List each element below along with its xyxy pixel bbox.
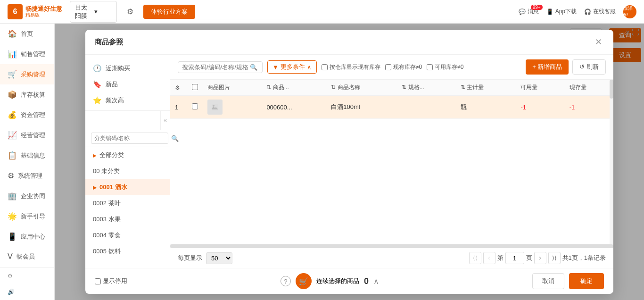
product-search-icon[interactable]: 🔍 bbox=[250, 64, 257, 71]
last-page-button[interactable]: ⟩⟩ bbox=[548, 252, 561, 264]
nav-selector[interactable]: 日太阳膜 ▾ bbox=[70, 1, 117, 23]
cell-available: -1 bbox=[516, 96, 564, 119]
nav-messages[interactable]: 💬 消息 99+ bbox=[519, 8, 539, 16]
product-thumbnail bbox=[207, 100, 223, 115]
col-checkbox bbox=[187, 80, 203, 96]
prev-page-button[interactable]: ﹤ bbox=[483, 252, 495, 264]
sidebar-item-finance[interactable]: 💰 资金管理 bbox=[0, 105, 54, 125]
settings-icon: ⚙ bbox=[8, 273, 13, 279]
sidebar-volume[interactable]: 🔊 bbox=[0, 284, 54, 300]
toolbar: 🔍 ▼ 更多条件 ∧ 按仓库显示现有库存 bbox=[170, 55, 613, 80]
horizontal-scrollbar[interactable] bbox=[170, 244, 613, 248]
sidebar-item-management[interactable]: 📈 经营管理 bbox=[0, 125, 54, 145]
select-all-checkbox[interactable] bbox=[192, 84, 198, 90]
left-high-freq[interactable]: ⭐ 频次高 bbox=[85, 92, 170, 108]
sidebar-settings[interactable]: ⚙ bbox=[0, 268, 54, 284]
cell-stock: -1 bbox=[565, 96, 613, 119]
per-page-select[interactable]: 50 10 20 100 bbox=[206, 252, 232, 264]
left-recent-purchase[interactable]: 🕐 近期购买 bbox=[85, 60, 170, 76]
cat-arrow-liquor: ▶ bbox=[93, 185, 97, 190]
modal-footer: 显示停用 ? 🛒 连续选择的商品 0 ∧ 取消 确定 bbox=[85, 268, 613, 294]
refresh-button[interactable]: ↺ 刷新 bbox=[572, 59, 606, 75]
row-checkbox[interactable] bbox=[192, 103, 198, 109]
col-spec[interactable]: ⇅ 规格... bbox=[397, 80, 455, 96]
sidebar-item-home[interactable]: 🏠 首页 bbox=[0, 24, 54, 44]
new-icon: 🔖 bbox=[93, 80, 102, 89]
cat-tea[interactable]: 0002 茶叶 bbox=[85, 195, 170, 211]
warehouse-checkbox-label[interactable]: 按仓库显示现有库存 bbox=[322, 63, 380, 71]
volume-icon: 🔊 bbox=[8, 289, 15, 295]
sidebar-item-inventory[interactable]: 📦 库存核算 bbox=[0, 84, 54, 105]
management-icon: 📈 bbox=[8, 131, 17, 140]
product-search-input[interactable] bbox=[182, 64, 248, 71]
sidebar-item-system[interactable]: ⚙ 系统管理 bbox=[0, 166, 54, 186]
freq-icon: ⭐ bbox=[93, 96, 102, 105]
warehouse-checkbox[interactable] bbox=[322, 64, 328, 70]
table-scrollbar[interactable] bbox=[610, 80, 613, 244]
collapse-divider: « bbox=[85, 110, 170, 130]
show-disabled-label[interactable]: 显示停用 bbox=[95, 277, 127, 285]
cat-beverage[interactable]: 0005 饮料 bbox=[85, 243, 170, 259]
avatar: 徐泽华 bbox=[623, 5, 636, 18]
finance-icon: 💰 bbox=[8, 110, 17, 119]
footer-right: 取消 确定 bbox=[532, 273, 604, 289]
col-unit[interactable]: ⇅ 主计量 bbox=[456, 80, 516, 96]
left-new-product[interactable]: 🔖 新品 bbox=[85, 76, 170, 92]
modal-close-button[interactable]: ✕ bbox=[593, 36, 604, 48]
sidebar-item-purchase[interactable]: 🛒 采购管理 bbox=[0, 64, 54, 84]
more-filter-button[interactable]: ▼ 更多条件 ∧ bbox=[267, 60, 317, 74]
cat-all[interactable]: ▶ 全部分类 bbox=[85, 147, 170, 163]
nav-customer-service[interactable]: 🎧 在线客服 bbox=[584, 8, 616, 16]
next-page-button[interactable]: ﹥ bbox=[534, 252, 546, 264]
col-settings[interactable]: ⚙ bbox=[170, 80, 187, 96]
logo-text: 畅捷通好生意 精易版 bbox=[25, 5, 62, 18]
footer-collapse-arrow[interactable]: ∧ bbox=[373, 277, 379, 286]
info-icon: 📋 bbox=[8, 151, 17, 160]
col-name[interactable]: ⇅ 商品名称 bbox=[326, 80, 397, 96]
page-number-input[interactable] bbox=[505, 252, 524, 264]
trial-button[interactable]: 体验行业方案 bbox=[143, 5, 195, 19]
cell-checkbox[interactable] bbox=[187, 96, 203, 119]
col-stock: 现存量 bbox=[565, 80, 613, 96]
sidebar-item-member[interactable]: V 畅会员 bbox=[0, 247, 54, 267]
nav-app-download[interactable]: 📱 App下载 bbox=[546, 8, 577, 16]
sidebar-item-sales[interactable]: 📊 销售管理 bbox=[0, 44, 54, 64]
sidebar-item-apps[interactable]: 📱 应用中心 bbox=[0, 226, 54, 247]
product-search-box: 🔍 bbox=[178, 61, 263, 73]
col-code[interactable]: ⇅ 商品... bbox=[262, 80, 326, 96]
cat-fruit[interactable]: 0003 水果 bbox=[85, 211, 170, 227]
sidebar-item-basic-info[interactable]: 📋 基础信息 bbox=[0, 145, 54, 166]
cat-arrow-all: ▶ bbox=[93, 153, 97, 158]
home-icon: 🏠 bbox=[8, 29, 17, 38]
confirm-button[interactable]: 确定 bbox=[569, 273, 604, 289]
gear-button[interactable]: ⚙ bbox=[123, 4, 138, 19]
sidebar-item-guide[interactable]: 🌟 新手引导 bbox=[0, 206, 54, 226]
selected-count-badge: 0 bbox=[364, 276, 369, 286]
show-disabled-checkbox[interactable] bbox=[95, 278, 101, 284]
usable-checkbox[interactable] bbox=[427, 64, 433, 70]
table-row[interactable]: 1 bbox=[170, 96, 613, 119]
product-table-container: ⚙ 商品图片 bbox=[170, 80, 613, 244]
nav-user[interactable]: 徐泽华 bbox=[623, 5, 636, 18]
available-checkbox[interactable] bbox=[385, 64, 391, 70]
first-page-button[interactable]: ⟨⟨ bbox=[469, 252, 481, 264]
member-icon: V bbox=[8, 252, 13, 261]
add-product-button[interactable]: + 新增商品 bbox=[526, 59, 569, 75]
cart-button[interactable]: 🛒 bbox=[296, 273, 312, 289]
category-search-input[interactable] bbox=[91, 133, 168, 144]
collapse-left-button[interactable]: « bbox=[160, 111, 170, 130]
sidebar-bottom: ⚙ 🔊 bbox=[0, 267, 54, 300]
cat-uncategorized[interactable]: 00 未分类 bbox=[85, 163, 170, 179]
available-checkbox-label[interactable]: 现有库存≠0 bbox=[385, 63, 422, 71]
cat-snack[interactable]: 0004 零食 bbox=[85, 227, 170, 243]
cancel-button[interactable]: 取消 bbox=[532, 273, 564, 289]
help-icon[interactable]: ? bbox=[281, 276, 291, 286]
usable-checkbox-label[interactable]: 可用库存≠0 bbox=[427, 63, 463, 71]
sidebar-item-enterprise[interactable]: 🏢 企业协同 bbox=[0, 186, 54, 206]
purchase-icon: 🛒 bbox=[8, 70, 17, 79]
cat-water[interactable]: 0008 水 bbox=[85, 259, 170, 262]
cat-liquor[interactable]: ▶ 0001 酒水 bbox=[85, 179, 170, 195]
modal-title: 商品参照 bbox=[95, 38, 123, 47]
table-settings-icon[interactable]: ⚙ bbox=[175, 84, 180, 91]
headset-icon: 🎧 bbox=[584, 8, 591, 15]
